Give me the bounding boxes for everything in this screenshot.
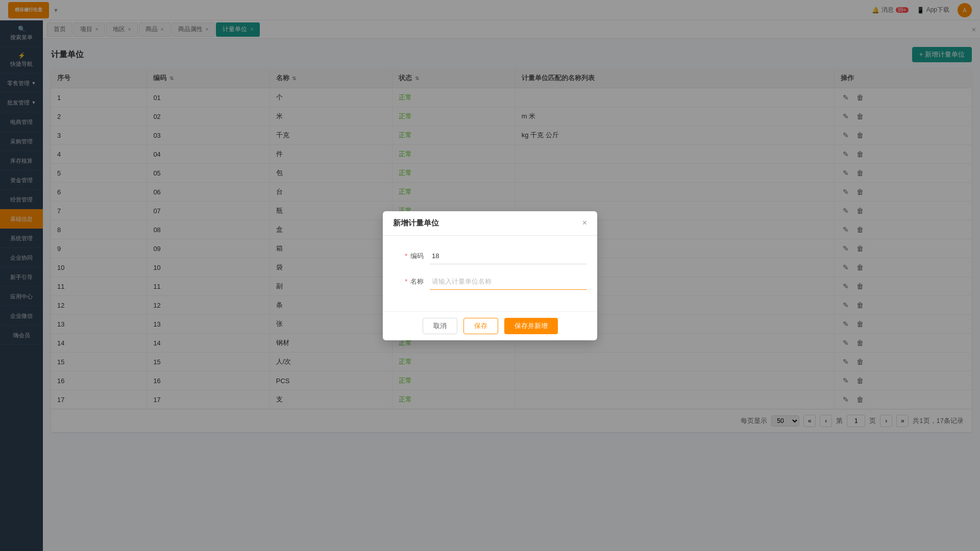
code-input[interactable] <box>430 248 587 264</box>
code-field-row: * 编码 <box>393 248 587 264</box>
name-label: * 名称 <box>393 277 424 286</box>
code-label: * 编码 <box>393 252 424 261</box>
modal-header: 新增计量单位 × <box>383 211 597 236</box>
cancel-button[interactable]: 取消 <box>423 318 457 334</box>
modal-title: 新增计量单位 <box>393 218 439 228</box>
modal-body: * 编码 * 名称 <box>383 236 597 311</box>
modal-footer: 取消 保存 保存并新增 <box>383 311 597 340</box>
save-and-new-button[interactable]: 保存并新增 <box>504 318 558 334</box>
add-unit-modal: 新增计量单位 × * 编码 * 名称 取消 保存 保存并新增 <box>383 211 597 340</box>
name-field-row: * 名称 <box>393 273 587 290</box>
modal-close-button[interactable]: × <box>582 219 587 227</box>
modal-overlay: 新增计量单位 × * 编码 * 名称 取消 保存 保存并新增 <box>0 0 980 551</box>
name-input[interactable] <box>430 273 587 290</box>
save-button[interactable]: 保存 <box>463 318 498 334</box>
